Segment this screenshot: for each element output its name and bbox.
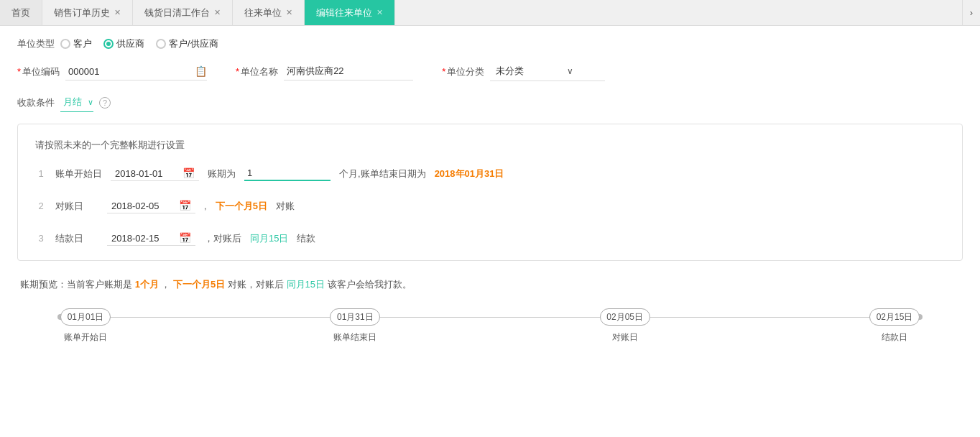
- reconcile-text: 对账: [276, 200, 295, 213]
- tab-home-label: 首页: [11, 6, 30, 19]
- preview-middle: ，: [161, 279, 170, 290]
- preview-part3: 同月15日: [287, 279, 325, 290]
- unit-code-input[interactable]: [65, 63, 192, 80]
- unit-code-label: *单位编码: [17, 65, 60, 78]
- tab-edit-partner-label: 编辑往来单位: [316, 6, 372, 19]
- row-number-1: 1: [35, 168, 47, 179]
- payment-same-month-highlight: 同月15日: [250, 232, 288, 245]
- unit-code-input-group: 📋: [65, 63, 207, 80]
- radio-both-circle: [156, 39, 166, 49]
- tab-partner[interactable]: 往来单位 ✕: [233, 0, 305, 25]
- tab-sales-history-close[interactable]: ✕: [114, 8, 121, 17]
- tab-edit-partner[interactable]: 编辑往来单位 ✕: [305, 0, 395, 25]
- payment-select[interactable]: 月结 ∨: [60, 93, 93, 112]
- tab-cash-work[interactable]: 钱货日清工作台 ✕: [133, 0, 233, 25]
- help-icon[interactable]: ?: [99, 97, 111, 109]
- radio-supplier[interactable]: 供应商: [103, 37, 144, 50]
- tab-expand-button[interactable]: ›: [962, 0, 980, 25]
- required-mark-name: *: [236, 66, 239, 77]
- timeline-label-2: 账单结束日: [333, 331, 376, 344]
- unit-class-select[interactable]: 未分类 ∨: [490, 62, 605, 81]
- unit-type-label: 单位类型: [17, 37, 55, 50]
- tab-edit-partner-close[interactable]: ✕: [376, 8, 383, 17]
- tab-cash-work-close[interactable]: ✕: [214, 8, 221, 17]
- timeline-items: 01月01日 账单开始日 01月31日 账单结束日 02月05日 对账日 02月…: [60, 308, 920, 344]
- required-mark-code: *: [17, 66, 21, 77]
- unit-type-group: 单位类型 客户 供应商 客户/供应商: [17, 37, 218, 50]
- settings-row-1: 1 账单开始日 📅 账期为 个月,账单结束日期为 2018年01月31日: [35, 166, 945, 181]
- row-number-2: 2: [35, 201, 47, 211]
- tab-sales-history-label: 销售订单历史: [54, 6, 110, 19]
- timeline-container: 01月01日 账单开始日 01月31日 账单结束日 02月05日 对账日 02月…: [17, 308, 963, 344]
- payment-value: 月结: [60, 93, 85, 111]
- timeline-node-2: 01月31日 账单结束日: [330, 308, 380, 344]
- row-number-3: 3: [35, 233, 47, 244]
- preview-part2: 下一个月5日: [173, 279, 225, 290]
- payment-date-input[interactable]: [111, 233, 176, 244]
- unit-name-input-group: [284, 63, 413, 80]
- payment-date-input-group: 📅: [107, 231, 195, 246]
- row-label-3: 结款日: [55, 232, 98, 245]
- timeline-node-2-label: 01月31日: [330, 308, 380, 326]
- preview-section: 账期预览：当前客户账期是 1个月 ， 下一个月5日 对账，对账后 同月15日 该…: [17, 272, 963, 344]
- unit-class-group: *单位分类 未分类 ∨: [442, 62, 605, 81]
- unit-info-row: *单位编码 📋 *单位名称 *单位分类 未分类 ∨: [17, 62, 963, 81]
- end-date-highlight: 2018年01月31日: [435, 167, 504, 180]
- radio-group: 客户 供应商 客户/供应商: [60, 37, 218, 50]
- unit-name-label: *单位名称: [236, 65, 278, 78]
- timeline-node-3-label: 02月05日: [600, 308, 650, 326]
- settings-row-2: 2 对账日 📅 , 下一个月5日 对账: [35, 198, 945, 213]
- radio-customer[interactable]: 客户: [60, 37, 92, 50]
- tab-bar: 首页 销售订单历史 ✕ 钱货日清工作台 ✕ 往来单位 ✕ 编辑往来单位 ✕ ›: [0, 0, 980, 26]
- reconcile-next-highlight: 下一个月5日: [216, 200, 267, 213]
- preview-prefix: 账期预览：当前客户账期是: [20, 279, 132, 290]
- start-date-input[interactable]: [115, 168, 180, 179]
- tab-cash-work-label: 钱货日清工作台: [144, 6, 210, 19]
- start-date-input-group: 📅: [111, 166, 199, 181]
- radio-supplier-label: 供应商: [116, 37, 144, 50]
- unit-class-chevron-icon: ∨: [567, 66, 573, 76]
- radio-both[interactable]: 客户/供应商: [156, 37, 218, 50]
- settings-box: 请按照未来的一个完整帐期进行设置 1 账单开始日 📅 账期为 个月,账单结束日期…: [17, 124, 963, 261]
- radio-customer-label: 客户: [73, 37, 92, 50]
- tab-partner-close[interactable]: ✕: [286, 8, 292, 17]
- payment-row: 收款条件 月结 ∨ ?: [17, 93, 963, 112]
- timeline-label-3: 对账日: [612, 331, 638, 344]
- unit-code-group: *单位编码 📋: [17, 63, 207, 80]
- preview-suffix: 该客户会给我打款。: [328, 279, 412, 290]
- timeline-node-3: 02月05日 对账日: [600, 308, 650, 344]
- unit-name-input[interactable]: [284, 63, 413, 80]
- reconcile-date-input[interactable]: [111, 201, 176, 211]
- settings-row-3: 3 结款日 📅 ，对账后 同月15日 结款: [35, 231, 945, 246]
- chevron-right-icon: ›: [970, 7, 973, 18]
- timeline-label-1: 账单开始日: [64, 331, 107, 344]
- payment-group: 收款条件 月结 ∨ ?: [17, 93, 111, 112]
- page-content: 单位类型 客户 供应商 客户/供应商 *单位编码: [0, 26, 980, 437]
- tab-home[interactable]: 首页: [0, 0, 42, 25]
- reconcile-date-calendar-icon[interactable]: 📅: [179, 200, 191, 211]
- row-label-1: 账单开始日: [55, 167, 102, 180]
- unit-name-group: *单位名称: [236, 63, 413, 80]
- timeline-node-4-label: 02月15日: [869, 308, 920, 326]
- start-date-calendar-icon[interactable]: 📅: [182, 167, 195, 179]
- unit-code-icon[interactable]: 📋: [195, 65, 207, 77]
- row-label-2: 对账日: [55, 200, 98, 213]
- period-input[interactable]: [244, 166, 330, 181]
- tab-partner-label: 往来单位: [244, 6, 282, 19]
- preview-text: 账期预览：当前客户账期是 1个月 ， 下一个月5日 对账，对账后 同月15日 该…: [17, 278, 963, 291]
- timeline-node-1: 01月01日 账单开始日: [60, 308, 111, 344]
- required-mark-class: *: [442, 66, 445, 77]
- reconcile-comma: ,: [204, 201, 207, 211]
- payment-date-calendar-icon[interactable]: 📅: [179, 232, 191, 244]
- payment-chevron-icon: ∨: [88, 98, 93, 107]
- radio-customer-circle: [60, 39, 70, 49]
- radio-both-label: 客户/供应商: [169, 37, 218, 50]
- unit-class-value: 未分类: [496, 65, 524, 78]
- preview-part1: 1个月: [135, 279, 159, 290]
- settings-title: 请按照未来的一个完整帐期进行设置: [35, 139, 945, 152]
- tab-sales-history[interactable]: 销售订单历史 ✕: [42, 0, 133, 25]
- payment-after-text: ，对账后: [204, 232, 241, 245]
- timeline-label-4: 结款日: [882, 331, 907, 344]
- radio-supplier-circle: [103, 39, 114, 49]
- payment-label: 收款条件: [17, 96, 55, 109]
